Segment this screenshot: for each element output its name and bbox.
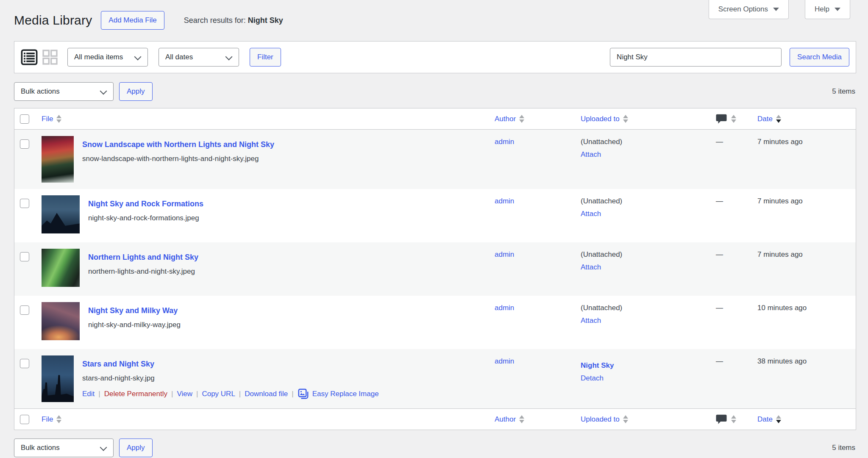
detach-link[interactable]: Detach: [581, 374, 604, 383]
media-filename: night-sky-and-milky-way.jpeg: [88, 321, 181, 329]
author-link[interactable]: admin: [495, 357, 514, 365]
bulk-actions-select[interactable]: Bulk actions: [14, 439, 114, 457]
bulk-actions-value: Bulk actions: [21, 444, 60, 452]
screen-meta-tabs: Screen Options Help: [709, 0, 850, 19]
attach-link[interactable]: Attach: [581, 210, 601, 218]
column-header-uploaded-to[interactable]: Uploaded to: [581, 115, 715, 123]
media-title-link[interactable]: Night Sky and Milky Way: [88, 306, 178, 315]
table-footer-row: File Author Uploaded to Date: [14, 408, 856, 430]
view-link[interactable]: View: [177, 390, 192, 398]
date-column-label[interactable]: Date: [757, 415, 773, 424]
column-footer-file[interactable]: File: [42, 415, 495, 424]
row-checkbox[interactable]: [20, 305, 29, 315]
column-footer-date[interactable]: Date: [757, 415, 856, 424]
screen-options-label: Screen Options: [718, 5, 768, 14]
uploaded-to-column-label[interactable]: Uploaded to: [581, 115, 620, 123]
copy-url-link[interactable]: Copy URL: [202, 390, 235, 398]
author-link[interactable]: admin: [495, 304, 514, 312]
screen-options-button[interactable]: Screen Options: [709, 0, 789, 19]
comments-count: —: [715, 130, 757, 189]
media-filename: stars-and-night-sky.jpg: [82, 374, 379, 383]
upload-date: 7 minutes ago: [757, 189, 856, 242]
row-actions: Edit | Delete Permanently | View | Copy …: [82, 388, 379, 400]
media-thumbnail[interactable]: [42, 136, 74, 183]
list-view-icon[interactable]: [21, 49, 38, 66]
date-filter-select[interactable]: All dates: [159, 48, 239, 67]
table-header-row: File Author Uploaded to Date: [14, 108, 856, 130]
media-type-filter-select[interactable]: All media items: [67, 48, 148, 67]
attach-link[interactable]: Attach: [581, 263, 601, 272]
easy-replace-image-action[interactable]: Easy Replace Image: [298, 388, 379, 400]
edit-link[interactable]: Edit: [82, 390, 95, 398]
item-count: 5 items: [832, 444, 856, 452]
easy-replace-image-icon: [298, 388, 309, 400]
author-column-label[interactable]: Author: [495, 415, 516, 424]
column-header-file[interactable]: File: [42, 115, 495, 123]
media-title-link[interactable]: Stars and Night Sky: [82, 360, 154, 369]
author-link[interactable]: admin: [495, 197, 514, 205]
media-row: Night Sky and Milky Way night-sky-and-mi…: [14, 296, 856, 349]
upload-date: 10 minutes ago: [757, 296, 856, 349]
column-footer-author[interactable]: Author: [495, 415, 581, 424]
comments-count: —: [715, 189, 757, 242]
media-thumbnail[interactable]: [42, 195, 80, 233]
filter-toolbar: All media items All dates Filter Search …: [14, 41, 856, 73]
author-link[interactable]: admin: [495, 138, 514, 146]
column-header-date[interactable]: Date: [757, 115, 856, 123]
sort-arrows-icon: [731, 415, 736, 423]
media-title-link[interactable]: Night Sky and Rock Formations: [88, 200, 203, 208]
view-switcher: [21, 49, 58, 66]
row-checkbox[interactable]: [20, 252, 29, 261]
comments-count: —: [715, 349, 757, 408]
bulk-actions-value: Bulk actions: [21, 87, 60, 96]
media-title-link[interactable]: Northern Lights and Night Sky: [88, 253, 198, 262]
action-separator: |: [171, 390, 173, 398]
select-all-checkbox[interactable]: [20, 114, 29, 124]
author-column-label[interactable]: Author: [495, 115, 516, 123]
search-input[interactable]: [610, 48, 782, 67]
add-media-file-button[interactable]: Add Media File: [101, 11, 164, 30]
apply-button[interactable]: Apply: [119, 439, 153, 457]
download-file-link[interactable]: Download file: [245, 390, 288, 398]
help-button[interactable]: Help: [805, 0, 850, 19]
sort-arrows-icon: [56, 415, 61, 423]
column-header-comments[interactable]: [715, 113, 757, 125]
upload-date: 7 minutes ago: [757, 242, 856, 296]
uploaded-to-status: (Unattached): [581, 138, 715, 146]
row-checkbox[interactable]: [20, 199, 29, 208]
action-separator: |: [196, 390, 198, 398]
chevron-down-icon: [835, 8, 840, 11]
author-link[interactable]: admin: [495, 250, 514, 258]
column-header-author[interactable]: Author: [495, 115, 581, 123]
page-title: Media Library: [14, 13, 92, 28]
column-footer-uploaded-to[interactable]: Uploaded to: [581, 415, 715, 424]
media-thumbnail[interactable]: [42, 249, 80, 287]
date-filter-value: All dates: [165, 53, 193, 61]
media-row: Stars and Night Sky stars-and-night-sky.…: [14, 349, 856, 408]
uploaded-to-column-label[interactable]: Uploaded to: [581, 415, 620, 424]
delete-permanently-link[interactable]: Delete Permanently: [104, 390, 167, 398]
attach-link[interactable]: Attach: [581, 316, 601, 325]
select-all-checkbox[interactable]: [20, 415, 29, 424]
file-column-label[interactable]: File: [42, 415, 53, 424]
row-checkbox[interactable]: [20, 139, 29, 149]
row-checkbox[interactable]: [20, 359, 29, 368]
media-type-filter-value: All media items: [74, 53, 123, 61]
comment-bubble-icon: [715, 113, 728, 125]
attach-link[interactable]: Attach: [581, 150, 601, 159]
column-footer-comments[interactable]: [715, 413, 757, 426]
media-thumbnail[interactable]: [42, 355, 74, 402]
uploaded-to-link[interactable]: Night Sky: [581, 361, 614, 370]
sort-arrows-icon: [519, 115, 524, 123]
file-column-label[interactable]: File: [42, 115, 53, 123]
media-title-link[interactable]: Snow Landscape with Northern Lights and …: [82, 140, 274, 149]
search-results-subtitle: Search results for: Night Sky: [184, 16, 283, 25]
grid-view-icon[interactable]: [42, 49, 58, 66]
bulk-actions-select[interactable]: Bulk actions: [14, 82, 114, 101]
date-column-label[interactable]: Date: [757, 115, 773, 123]
easy-replace-image-link[interactable]: Easy Replace Image: [312, 390, 379, 398]
search-media-button[interactable]: Search Media: [790, 48, 849, 67]
media-thumbnail[interactable]: [42, 302, 80, 340]
filter-button[interactable]: Filter: [250, 48, 281, 67]
apply-button[interactable]: Apply: [119, 82, 153, 101]
